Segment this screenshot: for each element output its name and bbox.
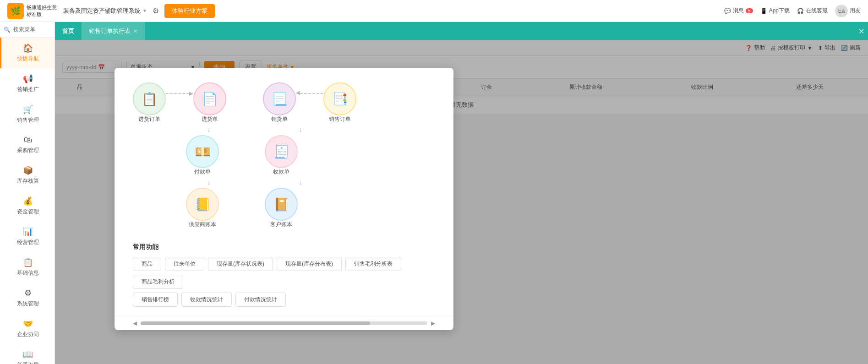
search-menu-button[interactable]: 🔍 搜索菜单 [0, 22, 55, 38]
sidebar-item-sales[interactable]: 🛒 销售管理 [0, 99, 55, 130]
tab-close-icon[interactable]: ✕ [133, 28, 137, 34]
right-arrow-icon: ▶ [189, 90, 193, 97]
flow-node-supplier-ledger[interactable]: 📒 供应商账本 [186, 188, 219, 228]
sidebar: 🔍 搜索菜单 🏠 快捷导航 📢 营销推广 🛒 销售管理 🛍 采购管理 📦 [0, 22, 55, 364]
system-select[interactable]: 装备及固定资产辅助管理系统 ▼ [63, 7, 147, 15]
flow-diagram: 📋 进货订单 ▶ [133, 82, 435, 228]
trial-button[interactable]: 体验行业方案 [164, 4, 215, 18]
enterprise-icon: 🤝 [23, 319, 33, 329]
sales-bill-label: 销货单 [271, 115, 288, 123]
func-btn-stock-dist[interactable]: 现存量(库存分布表) [277, 257, 342, 271]
tab-home[interactable]: 首页 [55, 22, 82, 40]
flow-node-sales-order[interactable]: 📑 销售订单 [323, 82, 356, 123]
sidebar-item-enterprise[interactable]: 🤝 企业协同 [0, 313, 55, 344]
customer-ledger-icon: 📔 [265, 188, 298, 221]
page-content: ❓ 帮助 🖨 按模板打印 ▼ ⬆ 导出 🔄 刷新 [55, 40, 868, 364]
home-icon: 🏠 [23, 43, 33, 53]
modal-overlay: 📋 进货订单 ▶ [55, 40, 868, 364]
payment-bill-icon: 💴 [186, 135, 219, 168]
scroll-right-button[interactable]: ▶ [431, 320, 435, 326]
scroll-area: ◀ ▶ [115, 316, 453, 330]
func-btn-payment-stats[interactable]: 付款情况统计 [235, 293, 286, 307]
tab-sales-order-exec[interactable]: 销售订单执行表 ✕ [82, 22, 145, 40]
arrow-purchase-to-bill: ▶ [166, 90, 193, 116]
modal-body: 📋 进货订单 ▶ [115, 68, 453, 243]
content-area: 首页 销售订单执行表 ✕ ✕ ❓ 帮助 🖨 按 [55, 22, 868, 364]
down-arrow-sales: ↓ [299, 126, 302, 133]
flow-node-sales-bill[interactable]: 📃 销货单 [263, 82, 296, 123]
common-functions-title: 常用功能 [133, 243, 435, 251]
flow-node-receipt-bill[interactable]: 🧾 收款单 [265, 135, 298, 176]
avatar: Ea [835, 5, 848, 17]
scroll-thumb [141, 321, 370, 325]
purchase-bill-label: 进货单 [202, 115, 218, 123]
func-btn-partners[interactable]: 往来单位 [165, 257, 204, 271]
sales-bill-icon: 📃 [263, 82, 296, 115]
sidebar-item-inventory[interactable]: 📦 库存核算 [0, 160, 55, 190]
supplier-ledger-label: 供应商账本 [189, 221, 216, 228]
purchase-bill-icon: 📄 [193, 82, 226, 115]
payment-bill-label: 付款单 [194, 168, 211, 176]
purchase-icon: 🛍 [24, 135, 32, 145]
func-btn-goods-profit[interactable]: 商品毛利分析 [133, 275, 183, 289]
logo-text: 畅康通好生意 标准版 [27, 4, 57, 17]
download-icon: 📱 [760, 8, 767, 14]
sidebar-item-finance[interactable]: 💰 资金管理 [0, 190, 55, 221]
customer-ledger-label: 客户账本 [270, 221, 292, 228]
message-badge: 5 [746, 8, 753, 13]
func-btn-goods[interactable]: 商品 [133, 257, 161, 271]
sales-order-icon: 📑 [323, 82, 356, 115]
sidebar-item-basic[interactable]: 📋 基础信息 [0, 252, 55, 283]
sidebar-item-marketing[interactable]: 📢 营销推广 [0, 68, 55, 99]
down-arrow-purchase: ↓ [207, 126, 211, 133]
gear-icon[interactable]: ⚙ [153, 6, 159, 15]
flow-row-1: 📋 进货订单 ▶ [133, 82, 435, 123]
system-icon: ⚙ [24, 288, 32, 298]
inventory-icon: 📦 [23, 165, 33, 175]
flow-row-2: 💴 付款单 🧾 收款单 [133, 135, 435, 176]
func-btn-sales-rank[interactable]: 销售排行榜 [133, 293, 178, 307]
app-download-button[interactable]: 📱 App下载 [760, 7, 790, 15]
top-bar: 🌿 畅康通好生意 标准版 装备及固定资产辅助管理系统 ▼ ⚙ 体验行业方案 💬 … [0, 0, 868, 22]
down-arrow-payment: ↓ [207, 179, 211, 186]
operation-icon: 📊 [23, 227, 33, 237]
logo-area: 🌿 畅康通好生意 标准版 [7, 3, 58, 19]
main-area: 🔍 搜索菜单 🏠 快捷导航 📢 营销推广 🛒 销售管理 🛍 采购管理 📦 [0, 22, 868, 364]
sales-order-label: 销售订单 [329, 115, 351, 123]
logo-icon: 🌿 [7, 3, 24, 19]
window-close-button[interactable]: ✕ [858, 27, 864, 36]
receipt-bill-icon: 🧾 [265, 135, 298, 168]
purchase-order-label: 进货订单 [138, 115, 160, 123]
flow-modal: 📋 进货订单 ▶ [115, 68, 453, 330]
flow-node-customer-ledger[interactable]: 📔 客户账本 [265, 188, 298, 228]
arrow-sales-order-to-bill: ▶ [296, 90, 323, 116]
marketing-icon: 📢 [23, 74, 33, 84]
flow-node-payment-bill[interactable]: 💴 付款单 [186, 135, 219, 176]
scroll-left-button[interactable]: ◀ [133, 320, 137, 326]
message-button[interactable]: 💬 消息 5 [724, 7, 753, 15]
flow-node-purchase-bill[interactable]: 📄 进货单 [193, 82, 226, 123]
newbie-icon: 📖 [23, 349, 33, 359]
func-buttons-row2: 销售排行榜 收款情况统计 付款情况统计 [133, 293, 435, 307]
user-menu[interactable]: Ea 用友 [835, 5, 861, 17]
func-btn-stock-status[interactable]: 现存量(库存状况表) [208, 257, 273, 271]
sidebar-item-system[interactable]: ⚙ 系统管理 [0, 283, 55, 313]
service-icon: 🎧 [797, 8, 804, 14]
func-btn-receipt-stats[interactable]: 收款情况统计 [181, 293, 232, 307]
flow-node-purchase-order[interactable]: 📋 进货订单 [133, 82, 166, 123]
sidebar-item-purchase[interactable]: 🛍 采购管理 [0, 130, 55, 160]
message-icon: 💬 [724, 8, 731, 14]
search-icon: 🔍 [4, 27, 11, 33]
scroll-bar[interactable] [141, 321, 427, 325]
top-bar-right: 💬 消息 5 📱 App下载 🎧 在线客服 Ea 用友 [724, 5, 861, 17]
sidebar-item-newbie[interactable]: 📖 新手引导 [0, 344, 55, 364]
sidebar-item-quick-nav[interactable]: 🏠 快捷导航 [0, 38, 55, 68]
sidebar-item-operation[interactable]: 📊 经营管理 [0, 221, 55, 252]
online-service-button[interactable]: 🎧 在线客服 [797, 7, 828, 15]
func-btn-sales-profit[interactable]: 销售毛利分析表 [345, 257, 401, 271]
sales-icon: 🛒 [23, 104, 33, 114]
chevron-down-icon: ▼ [142, 8, 147, 13]
common-functions: 常用功能 商品 往来单位 现存量(库存状况表) 现存量(库存分布表) 销售毛利分… [115, 243, 453, 316]
basic-icon: 📋 [23, 257, 33, 267]
purchase-order-icon: 📋 [133, 82, 166, 115]
